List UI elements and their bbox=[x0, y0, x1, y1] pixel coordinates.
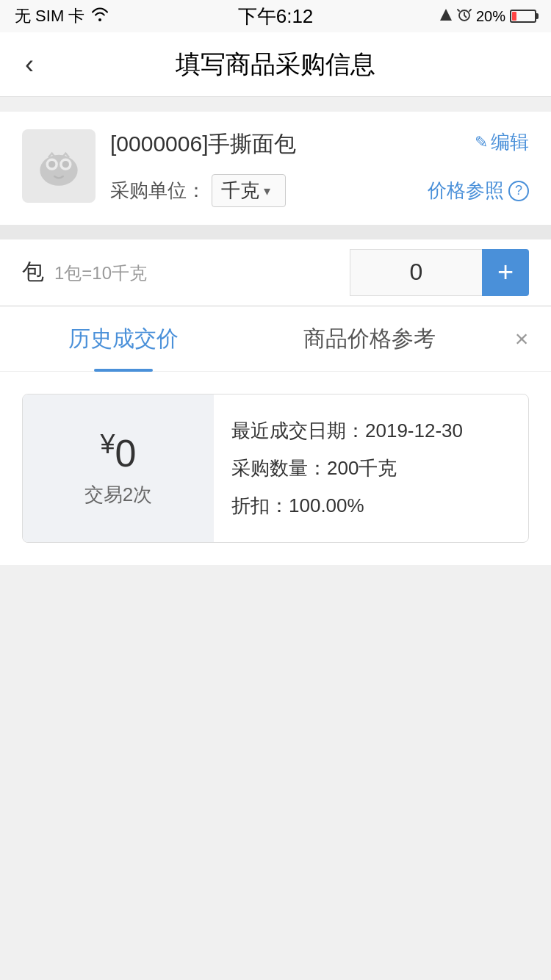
svg-point-6 bbox=[62, 161, 69, 167]
battery-icon bbox=[510, 10, 536, 23]
carrier-text: 无 SIM 卡 bbox=[15, 5, 84, 27]
history-card-right: 最近成交日期：2019-12-30 采购数量：200千克 折扣：100.00% bbox=[214, 394, 528, 542]
status-time: 下午6:12 bbox=[238, 4, 314, 29]
tabs-header: 历史成交价 商品价格参考 × bbox=[0, 307, 551, 372]
tab-price-ref-label: 商品价格参考 bbox=[303, 324, 436, 354]
tab-active-indicator bbox=[94, 369, 153, 372]
unit-label: 采购单位： bbox=[110, 178, 206, 203]
history-card: ¥0 交易2次 最近成交日期：2019-12-30 采购数量：200千克 折扣：… bbox=[22, 394, 529, 543]
status-right: 20% bbox=[439, 7, 536, 26]
qty-label: 采购数量： bbox=[231, 457, 327, 479]
discount-value: 100.00% bbox=[289, 494, 364, 516]
discount-row: 折扣：100.00% bbox=[231, 491, 511, 520]
wifi-icon bbox=[90, 7, 109, 26]
tab-close-button[interactable]: × bbox=[492, 307, 551, 372]
price-ref-label: 价格参照 bbox=[428, 178, 504, 203]
product-name: [0000006]手撕面包 bbox=[110, 129, 296, 159]
trade-count: 交易2次 bbox=[84, 482, 152, 508]
help-icon: ? bbox=[508, 181, 529, 201]
back-button[interactable]: ‹ bbox=[0, 32, 59, 97]
back-arrow-icon: ‹ bbox=[25, 49, 34, 80]
battery-fill bbox=[512, 12, 516, 21]
quantity-label-group: 包 1包=10千克 bbox=[22, 257, 147, 287]
edit-label: 编辑 bbox=[491, 129, 529, 155]
quantity-value: 0 bbox=[410, 259, 423, 286]
qty-value: 200千克 bbox=[327, 457, 397, 479]
product-card: [0000006]手撕面包 ✎ 编辑 采购单位： 千克 ▾ 价格参照 ? bbox=[0, 112, 551, 225]
discount-label: 折扣： bbox=[231, 494, 289, 516]
product-header: [0000006]手撕面包 ✎ 编辑 bbox=[110, 129, 529, 159]
history-content: ¥0 交易2次 最近成交日期：2019-12-30 采购数量：200千克 折扣：… bbox=[0, 372, 551, 565]
tab-price-ref[interactable]: 商品价格参考 bbox=[246, 307, 492, 372]
battery-percent: 20% bbox=[476, 8, 505, 25]
quantity-input[interactable]: 0 bbox=[350, 249, 482, 296]
history-price: ¥0 bbox=[101, 429, 137, 475]
svg-marker-0 bbox=[440, 9, 452, 21]
product-image bbox=[22, 129, 96, 203]
quantity-plus-button[interactable]: + bbox=[482, 249, 529, 296]
status-bar: 无 SIM 卡 下午6:12 20% bbox=[0, 0, 551, 32]
main-content bbox=[0, 565, 551, 980]
quantity-input-group: 0 + bbox=[350, 249, 529, 296]
svg-point-2 bbox=[40, 155, 77, 186]
recent-date-label: 最近成交日期： bbox=[231, 419, 365, 442]
price-ref-button[interactable]: 价格参照 ? bbox=[428, 178, 529, 203]
recent-date-row: 最近成交日期：2019-12-30 bbox=[231, 417, 511, 445]
currency-symbol: ¥ bbox=[101, 429, 115, 459]
quantity-row: 包 1包=10千克 0 + bbox=[0, 239, 551, 306]
purchase-qty-row: 采购数量：200千克 bbox=[231, 454, 511, 483]
history-card-left: ¥0 交易2次 bbox=[23, 394, 214, 542]
recent-date-value: 2019-12-30 bbox=[365, 419, 463, 442]
tab-history-label: 历史成交价 bbox=[68, 324, 179, 354]
close-icon: × bbox=[515, 325, 529, 353]
tab-history-price[interactable]: 历史成交价 bbox=[0, 307, 246, 372]
product-info: [0000006]手撕面包 ✎ 编辑 采购单位： 千克 ▾ 价格参照 ? bbox=[110, 129, 529, 207]
nav-arrow-icon bbox=[439, 8, 453, 25]
page-title: 填写商品采购信息 bbox=[176, 48, 375, 82]
quantity-unit: 包 bbox=[22, 257, 44, 287]
quantity-ratio: 1包=10千克 bbox=[54, 262, 147, 285]
tabs-section: 历史成交价 商品价格参考 × ¥0 交易2次 最近成交日期：2019-12-30 bbox=[0, 307, 551, 565]
edit-icon: ✎ bbox=[475, 133, 488, 152]
status-left: 无 SIM 卡 bbox=[15, 5, 109, 27]
plus-icon: + bbox=[497, 256, 514, 288]
svg-point-5 bbox=[48, 161, 55, 167]
section-divider bbox=[0, 225, 551, 239]
alarm-icon bbox=[457, 7, 472, 26]
price-value: 0 bbox=[115, 433, 137, 475]
product-unit-row: 采购单位： 千克 ▾ 价格参照 ? bbox=[110, 174, 529, 207]
nav-bar: ‹ 填写商品采购信息 bbox=[0, 32, 551, 97]
dropdown-arrow-icon: ▾ bbox=[264, 183, 270, 199]
edit-button[interactable]: ✎ 编辑 bbox=[475, 129, 529, 155]
unit-selector[interactable]: 千克 ▾ bbox=[212, 174, 286, 207]
unit-value: 千克 bbox=[221, 178, 259, 203]
